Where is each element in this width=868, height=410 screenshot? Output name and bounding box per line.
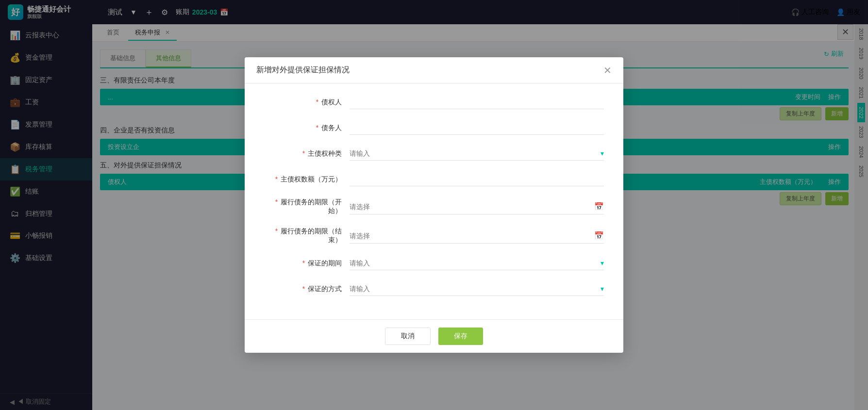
cancel-button[interactable]: 取消 xyxy=(385,328,431,345)
select-guarantee-method[interactable]: ▾ xyxy=(350,282,604,296)
required-star4: * xyxy=(275,175,278,183)
label-period-start: * 履行债务的期限（开始） xyxy=(264,198,342,215)
required-star2: * xyxy=(316,124,318,131)
label-debtor: * 债务人 xyxy=(264,124,342,132)
chevron-down-icon3[interactable]: ▾ xyxy=(601,259,604,267)
form-row-debtor: * 债务人 xyxy=(264,121,604,135)
form-row-creditor: * 债权人 xyxy=(264,95,604,109)
form-row-period-end: * 履行债务的期限（结束） 📅 xyxy=(264,227,604,245)
guarantee-period-input[interactable] xyxy=(350,259,601,267)
input-claim-amount[interactable] xyxy=(350,172,604,186)
form-row-guarantee-method: * 保证的方式 ▾ xyxy=(264,282,604,296)
required-star8: * xyxy=(302,285,305,293)
select-guarantee-period[interactable]: ▾ xyxy=(350,256,604,270)
label-period-end: * 履行债务的期限（结束） xyxy=(264,227,342,245)
chevron-down-icon4[interactable]: ▾ xyxy=(601,285,604,293)
label-guarantee-period: * 保证的期间 xyxy=(264,259,342,268)
dialog-footer: 取消 保存 xyxy=(245,319,623,353)
calendar-icon-end[interactable]: 📅 xyxy=(594,231,604,240)
required-star7: * xyxy=(302,259,305,267)
form-row-claim-type: * 主债权种类 ▾ xyxy=(264,147,604,161)
date-period-start[interactable]: 📅 xyxy=(350,199,604,214)
select-claim-type[interactable]: ▾ xyxy=(350,147,604,161)
input-debtor[interactable] xyxy=(350,121,604,135)
guarantee-method-input[interactable] xyxy=(350,285,601,293)
label-guarantee-method: * 保证的方式 xyxy=(264,285,342,294)
form-row-claim-amount: * 主债权数额（万元） xyxy=(264,172,604,186)
date-period-end[interactable]: 📅 xyxy=(350,228,604,244)
dialog-title: 新增对外提供保证担保情况 xyxy=(256,65,350,75)
add-guarantee-dialog: 新增对外提供保证担保情况 ✕ * 债权人 * 债务人 xyxy=(245,57,623,353)
label-claim-amount: * 主债权数额（万元） xyxy=(264,175,342,184)
label-creditor: * 债权人 xyxy=(264,98,342,107)
dialog-body: * 债权人 * 债务人 * 主债权种类 xyxy=(245,83,623,319)
chevron-down-icon2[interactable]: ▾ xyxy=(601,149,604,157)
claim-type-input[interactable] xyxy=(350,149,601,157)
period-start-input[interactable] xyxy=(350,203,594,211)
save-button[interactable]: 保存 xyxy=(438,328,483,345)
required-star: * xyxy=(316,98,318,106)
calendar-icon-start[interactable]: 📅 xyxy=(594,202,604,211)
dialog-close-button[interactable]: ✕ xyxy=(603,66,612,75)
input-creditor[interactable] xyxy=(350,95,604,109)
period-end-input[interactable] xyxy=(350,232,594,240)
form-row-guarantee-period: * 保证的期间 ▾ xyxy=(264,256,604,270)
required-star3: * xyxy=(302,149,305,157)
form-row-period-start: * 履行债务的期限（开始） 📅 xyxy=(264,198,604,215)
dialog-overlay: 新增对外提供保证担保情况 ✕ * 债权人 * 债务人 xyxy=(0,0,868,410)
label-claim-type: * 主债权种类 xyxy=(264,149,342,158)
required-star5: * xyxy=(275,198,278,206)
dialog-header: 新增对外提供保证担保情况 ✕ xyxy=(245,57,623,83)
required-star6: * xyxy=(275,227,278,235)
